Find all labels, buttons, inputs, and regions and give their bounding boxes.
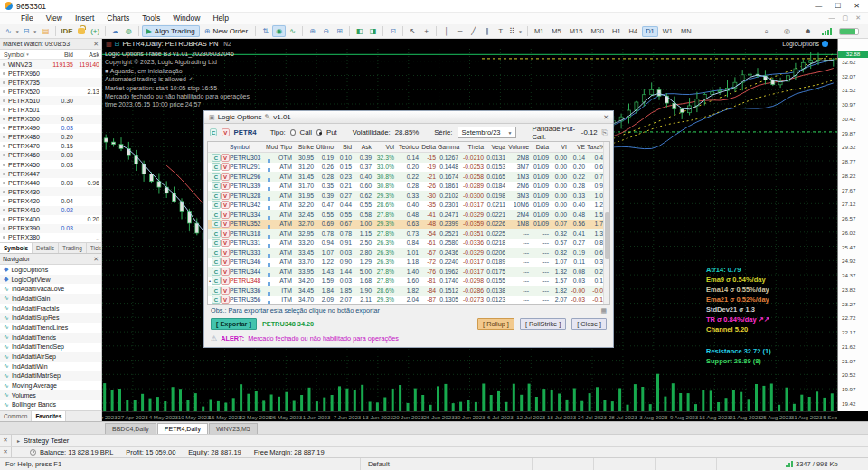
call-row-button[interactable]: C xyxy=(212,249,221,257)
column-vi[interactable]: VI xyxy=(551,144,569,150)
put-row-button[interactable]: V xyxy=(221,287,230,295)
chart-type-button[interactable]: ∿▼ xyxy=(4,25,22,37)
timeframe-m15[interactable]: M15 xyxy=(566,26,587,37)
cloud-button[interactable]: ☁ xyxy=(108,25,122,37)
column-ve[interactable]: VE xyxy=(569,144,587,150)
rollup-button[interactable]: [ Rollup ] xyxy=(477,318,514,330)
scroll-down-icon[interactable]: ⌄ xyxy=(95,235,100,242)
call-row-button[interactable]: C xyxy=(212,163,221,171)
expand-icon[interactable]: ▸ xyxy=(17,437,20,444)
menu-help[interactable]: Help xyxy=(206,14,234,23)
timeframe-d1[interactable]: D1 xyxy=(642,26,658,37)
trendline-button[interactable]: ╱ xyxy=(467,25,480,37)
column-data[interactable]: Data xyxy=(531,144,551,150)
market-watch-row[interactable]: PETRX4600.03 xyxy=(0,151,101,160)
column-gamma[interactable]: Gamma xyxy=(438,144,460,150)
tile-windows-button[interactable]: ⊞ xyxy=(333,25,346,37)
column-taxa[interactable]: Taxa% xyxy=(587,144,605,150)
call-row-button[interactable]: C xyxy=(212,268,221,276)
market-watch-row[interactable]: PETRX4500.03 xyxy=(0,160,101,169)
put-row-button[interactable]: V xyxy=(221,163,230,171)
column-último[interactable]: Último xyxy=(316,144,335,150)
call-row-button[interactable]: C xyxy=(212,258,221,266)
chart-tab[interactable]: WINV23,M5 xyxy=(209,423,258,434)
chart-tab[interactable]: BBDC4,Daily xyxy=(105,423,156,434)
navigator-item[interactable]: ∿IndAdattiGain xyxy=(0,294,101,304)
call-row-button[interactable]: C xyxy=(212,192,221,200)
new-order-button[interactable]: ⊕New Order xyxy=(200,25,252,37)
market-watch-row[interactable]: PETRX4900.03 xyxy=(0,124,101,133)
column-ask[interactable]: Ask xyxy=(75,52,101,58)
call-filter-button[interactable]: C xyxy=(210,128,217,136)
market-watch-row[interactable]: PETRX4000.20 xyxy=(0,215,101,224)
navigator-item[interactable]: ∿IndAdattiTrendSep xyxy=(0,343,101,352)
put-row-button[interactable]: V xyxy=(221,201,230,209)
navigator-item[interactable]: ◆LogicOptView xyxy=(0,275,101,285)
put-row-button[interactable]: V xyxy=(221,182,230,190)
column-vega[interactable]: Vega xyxy=(486,144,507,150)
date-axis[interactable]: 20 Apr 202327 Apr 20234 May 202310 May 2… xyxy=(102,411,837,421)
arrange-vertical-button[interactable]: ◧ xyxy=(353,25,366,37)
dialog-minimize-button[interactable]: — xyxy=(590,114,596,121)
option-row[interactable]: CVPETRU303OTM30.950.190.100.3932.3%0.14-… xyxy=(208,153,609,163)
market-watch-row[interactable]: PETRX380 xyxy=(0,233,101,242)
navigator-item[interactable]: ◆LogicOptions xyxy=(0,265,101,275)
help-icon[interactable]: ◎ xyxy=(780,25,794,37)
navigator-close-icon[interactable]: ✕ xyxy=(93,256,99,263)
chart-tab[interactable]: PETR4,Daily xyxy=(157,423,208,434)
shapes-button[interactable]: ⠿▼ xyxy=(507,25,524,37)
market-watch-row[interactable]: PETRX447 xyxy=(0,169,101,178)
menu-window[interactable]: Window xyxy=(166,14,206,23)
option-row[interactable]: CVPETRU339ATM31.700.350.210.6030.8%0.28-… xyxy=(208,182,609,192)
menu-charts[interactable]: Charts xyxy=(100,14,136,23)
call-row-button[interactable]: C xyxy=(212,201,221,209)
call-row-button[interactable]: C xyxy=(212,220,221,228)
horizontal-line-button[interactable]: ─ xyxy=(453,25,467,37)
option-row[interactable]: •CVPETRU348ATM34.201.590.031.6827.8%1.60… xyxy=(208,277,609,287)
menu-view[interactable]: View xyxy=(40,14,69,23)
put-row-button[interactable]: V xyxy=(221,258,230,266)
scrollbar-thumb[interactable] xyxy=(605,212,609,259)
put-row-button[interactable]: V xyxy=(221,173,230,181)
tester-close-icon[interactable]: ✕ xyxy=(0,435,12,446)
column-ask[interactable]: Ask xyxy=(354,144,373,150)
option-row[interactable]: CVPETRU291ATM31.200.260.150.3733.0%0.20-… xyxy=(208,163,609,173)
navigator-item[interactable]: ∿IndAdattiVacaLove xyxy=(0,284,101,294)
status-profile[interactable]: Default xyxy=(360,458,532,470)
navigator-item[interactable]: ∿Volumes xyxy=(0,390,101,400)
option-row[interactable]: CVPETRU336ITM34.451.841.851.9028.6%1.82-… xyxy=(208,286,609,296)
tab-ticks[interactable]: Ticks xyxy=(87,243,102,253)
option-row[interactable]: CVPETRU342ATM32.200.470.440.5528.6%0.40-… xyxy=(208,201,609,211)
market-watch-row[interactable]: PETRX5202.13 xyxy=(0,87,101,96)
algo-trading-button[interactable]: ▶Algo Trading xyxy=(142,25,200,37)
navigator-item[interactable]: ∿IndAdattiMatrSep xyxy=(0,371,101,381)
strategy-tester-label[interactable]: Strategy Tester xyxy=(24,437,69,445)
market-watch-row[interactable]: PETRX4800.20 xyxy=(0,133,101,142)
navigator-item[interactable]: ∿IndAdattiFractals xyxy=(0,304,101,314)
candle-style-button[interactable]: ⊟▼ xyxy=(22,25,40,37)
market-watch-row[interactable]: PETRX4100.02 xyxy=(0,206,101,215)
column-theta[interactable]: Theta xyxy=(460,144,486,150)
column-symbol[interactable]: Symbol xyxy=(230,144,266,150)
market-watch-row[interactable]: PETRX430 xyxy=(0,187,101,196)
chart-close-icon[interactable]: ✕ xyxy=(855,14,861,22)
data-window-button[interactable]: ⇅ xyxy=(259,25,272,37)
navigator-item[interactable]: ∿IndAdattiAtrSep xyxy=(0,352,101,362)
serie-select[interactable]: Setembro/23▼ xyxy=(458,127,517,138)
navigator-item[interactable]: ∿Moving Average xyxy=(0,381,101,390)
text-button[interactable]: T xyxy=(494,25,507,37)
window-minimize-button[interactable]: — xyxy=(815,2,822,10)
navigator-item[interactable]: ∿Bollinger Bands xyxy=(0,400,101,410)
screenshot-button[interactable]: ⊡ xyxy=(386,25,400,37)
market-watch-row[interactable]: PETRX960 xyxy=(0,69,101,78)
navigator-item[interactable]: ∿IndAdattiTrends xyxy=(0,333,101,343)
tab-favorites[interactable]: Favorites xyxy=(32,411,66,421)
market-watch-row[interactable]: PETRX4400.030.96 xyxy=(0,178,101,187)
lock-button[interactable] xyxy=(75,25,89,37)
option-row[interactable]: CVPETRU296ATM31.450.280.230.4030.8%0.22-… xyxy=(208,172,609,182)
put-radio[interactable] xyxy=(316,129,322,136)
vertical-line-button[interactable]: │ xyxy=(439,25,453,37)
timeframe-h4[interactable]: H4 xyxy=(626,26,642,37)
chart-minimize-icon[interactable]: — xyxy=(829,14,835,22)
close-button[interactable]: [ Close ] xyxy=(571,318,607,330)
